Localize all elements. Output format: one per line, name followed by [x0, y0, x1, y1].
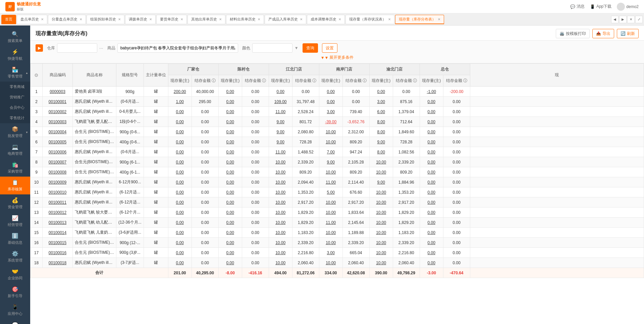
close-icon[interactable]: ✕ [41, 17, 44, 21]
sidebar-item-finance[interactable]: 💰 资金管理 [0, 194, 30, 212]
row-cc-stock[interactable]: 0.00 [218, 107, 242, 117]
row-cc-stock[interactable]: 0.00 [218, 197, 242, 207]
row-na-stock[interactable]: 3.00 [319, 248, 342, 258]
sidebar-item-mall[interactable]: 零售商城 [0, 82, 30, 92]
row-na-stock[interactable]: 10.00 [319, 228, 342, 238]
row-code[interactable]: 00100014 [43, 228, 73, 238]
row-yb-stock[interactable]: 10.00 [369, 157, 393, 167]
message-btn[interactable]: 💬 消息 [570, 4, 585, 9]
row-yb-stock[interactable]: 8.00 [369, 147, 393, 157]
row-jb-stock[interactable]: 10.00 [269, 238, 292, 248]
row-tt-stock[interactable]: 0.00 [420, 177, 443, 187]
row-tt-stock[interactable]: 0.00 [420, 228, 443, 238]
close-icon[interactable]: ✕ [338, 17, 341, 21]
row-cc-stock[interactable]: 0.00 [218, 258, 242, 268]
row-cf-stock[interactable]: 0.00 [168, 197, 192, 207]
row-tt-stock[interactable]: -1.00 [420, 87, 443, 97]
close-icon[interactable]: ✕ [438, 17, 440, 21]
tab-chengben[interactable]: 成本调整单历史 ✕ [307, 15, 345, 24]
row-cf-stock[interactable]: 0.00 [168, 117, 192, 127]
row-code[interactable]: 00100013 [43, 218, 73, 228]
row-cf-stock[interactable]: 0.00 [168, 167, 192, 177]
row-na-stock[interactable]: 7.00 [319, 147, 342, 157]
sidebar-item-wechat[interactable]: 💬 企业微信 [0, 319, 30, 324]
color-input[interactable] [252, 43, 292, 53]
row-jb-stock[interactable]: 10.00 [269, 177, 292, 187]
row-yb-stock[interactable]: 6.00 [369, 107, 393, 117]
row-jb-stock[interactable]: 11.00 [269, 107, 292, 117]
row-jb-stock[interactable]: 10.00 [269, 197, 292, 207]
row-code[interactable]: 00100015 [43, 238, 73, 248]
close-icon[interactable]: ✕ [118, 17, 121, 21]
row-yb-stock[interactable]: 10.00 [369, 207, 393, 218]
row-code[interactable]: 00100007 [43, 157, 73, 167]
close-icon[interactable]: ✕ [79, 17, 82, 21]
row-code[interactable]: 00100001 [43, 97, 73, 107]
warehouse-input[interactable] [57, 43, 97, 53]
row-code[interactable]: 00100016 [43, 248, 73, 258]
close-icon[interactable]: ✕ [258, 17, 260, 21]
row-na-stock[interactable]: 9.00 [319, 157, 342, 167]
row-cf-stock[interactable]: 0.00 [168, 187, 192, 197]
sidebar-item-marketing[interactable]: 营销推广 [0, 92, 30, 102]
tab-qitachu[interactable]: 其他出库单历史 ✕ [187, 15, 225, 24]
row-yb-stock[interactable]: 10.00 [369, 238, 393, 248]
tab-next-btn[interactable]: ▶ [619, 16, 627, 23]
row-yb-stock[interactable]: 10.00 [369, 228, 393, 238]
row-yb-stock[interactable]: 8.00 [369, 127, 393, 137]
row-tt-stock[interactable]: 0.00 [420, 258, 443, 268]
row-jb-stock[interactable]: 10.00 [269, 167, 292, 177]
row-cc-stock[interactable]: 0.00 [218, 157, 242, 167]
row-cc-stock[interactable]: 0.00 [218, 167, 242, 177]
row-cc-stock[interactable]: 0.00 [218, 87, 242, 97]
tab-zuzhuan[interactable]: 组装拆卸单历史 ✕ [87, 15, 124, 24]
row-jb-stock[interactable]: 10.00 [269, 258, 292, 268]
sidebar-item-guide[interactable]: 🎯 新手引导 [0, 283, 30, 301]
row-cf-stock[interactable]: 0.00 [168, 177, 192, 187]
sidebar-item-nav[interactable]: ⚡ 快捷导航 [0, 46, 30, 64]
row-na-stock[interactable]: 10.00 [319, 207, 342, 218]
row-jb-stock[interactable]: 10.00 [269, 207, 292, 218]
row-jb-stock[interactable]: 10.00 [269, 228, 292, 238]
row-cf-stock[interactable]: 0.00 [168, 228, 192, 238]
row-jb-stock[interactable]: 109.00 [269, 97, 292, 107]
row-cc-stock[interactable]: 0.00 [218, 187, 242, 197]
table-container[interactable]: ⚙ 商品编码 商品名称 规格型号 主计量单位 厂家仓 陈村仓 江北门店 南岸门店… [30, 63, 644, 324]
row-cf-stock[interactable]: 0.00 [168, 248, 192, 258]
row-jb-stock[interactable]: 10.00 [269, 187, 292, 197]
row-cf-stock[interactable]: 0.00 [168, 137, 192, 147]
row-tt-stock[interactable]: 0.00 [420, 197, 443, 207]
row-tt-stock[interactable]: 0.00 [420, 187, 443, 197]
sidebar-item-purchase[interactable]: 🛍️ 采购管理 [0, 159, 30, 177]
row-tt-stock[interactable]: 0.00 [420, 137, 443, 147]
app-download-btn[interactable]: 📱 App下载 [590, 4, 611, 9]
refresh-btn[interactable]: 🔄 刷新 [617, 29, 639, 38]
row-na-stock[interactable]: 11.00 [319, 218, 342, 228]
tab-close-btn[interactable]: ✕ [627, 16, 635, 23]
row-code[interactable]: 00100010 [43, 187, 73, 197]
row-code[interactable]: 00100005 [43, 137, 73, 147]
row-yb-stock[interactable]: 9.00 [369, 177, 393, 187]
tab-yaohuo[interactable]: 要货单历史 ✕ [156, 15, 187, 24]
row-cf-stock[interactable]: 0.00 [168, 207, 192, 218]
row-tt-stock[interactable]: 0.00 [420, 238, 443, 248]
row-jb-stock[interactable]: 9.00 [269, 127, 292, 137]
sidebar-item-search[interactable]: 🔍 搜索英单 [0, 28, 30, 46]
row-yb-stock[interactable]: 10.00 [369, 258, 393, 268]
tab-expand-btn[interactable]: ⤢ [635, 16, 643, 23]
settings-btn[interactable]: 设置 [322, 43, 337, 53]
tab-chancheng[interactable]: 产成品入库单历史 ✕ [265, 15, 306, 24]
sidebar-item-management[interactable]: 📈 经营管理 [0, 212, 30, 230]
sidebar-item-member[interactable]: 会员中心 [0, 102, 30, 113]
row-na-stock[interactable]: 10.00 [319, 258, 342, 268]
print-btn[interactable]: 🖨️ 按模板打印 [556, 29, 590, 38]
row-tt-stock[interactable]: 0.00 [420, 147, 443, 157]
row-yb-stock[interactable]: 10.00 [369, 197, 393, 207]
tab-fenpandian[interactable]: 分量盘点单历史 ✕ [48, 15, 86, 24]
sidebar-item-system[interactable]: ⚙️ 系统管理 [0, 248, 30, 266]
row-yb-stock[interactable]: 10.00 [369, 218, 393, 228]
sidebar-item-retail[interactable]: 🏪 零售管理 [0, 64, 30, 82]
row-jb-stock[interactable]: 9.00 [269, 137, 292, 147]
row-tt-stock[interactable]: 0.00 [420, 218, 443, 228]
row-cf-stock[interactable]: 0.00 [168, 157, 192, 167]
